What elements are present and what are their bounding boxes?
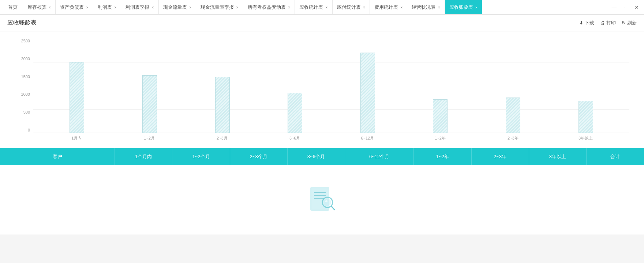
bar <box>215 77 230 133</box>
tab-close-profit[interactable]: × <box>114 5 116 9</box>
maximize-button[interactable]: □ <box>622 3 629 12</box>
print-icon: 🖨 <box>600 20 605 26</box>
tab-inventory[interactable]: 库存核算× <box>23 0 56 15</box>
tab-label: 资产负债表 <box>60 4 84 11</box>
download-button[interactable]: ⬇ 下载 <box>579 20 594 26</box>
bar-group <box>70 62 84 133</box>
tab-close-balance-sheet[interactable]: × <box>86 5 88 9</box>
bar <box>433 99 448 133</box>
tab-balance-sheet[interactable]: 资产负债表× <box>56 0 93 15</box>
bar-group <box>142 75 157 133</box>
bar <box>360 53 375 133</box>
bar-chart: 25002000150010005000 1月内1~2月2~3月3~6月6~12… <box>15 39 629 141</box>
tab-label: 应收统计表 <box>299 4 323 11</box>
x-labels: 1月内1~2月2~3月3~6月6~12月1~2年2~3年3年以上 <box>33 133 629 141</box>
tab-close-inventory[interactable]: × <box>49 5 51 9</box>
svg-point-8 <box>325 200 327 202</box>
svg-rect-1 <box>312 188 328 209</box>
tab-profit[interactable]: 利润表× <box>93 0 121 15</box>
tab-close-cashflow-quarterly[interactable]: × <box>236 5 238 9</box>
x-axis-label: 3年以上 <box>579 136 593 141</box>
header-actions: ⬇ 下载 🖨 打印 ↻ 刷新 <box>579 20 637 26</box>
refresh-label: 刷新 <box>627 20 637 26</box>
tab-label: 现金流量表季报 <box>201 4 234 11</box>
tab-cashflow[interactable]: 现金流量表× <box>159 0 196 15</box>
close-button[interactable]: ✕ <box>632 3 641 12</box>
refresh-icon: ↻ <box>622 20 626 26</box>
minimize-button[interactable]: — <box>610 3 619 12</box>
table-header-cell: 1~2年 <box>414 148 471 165</box>
bar <box>142 75 157 133</box>
tab-close-expense-stat[interactable]: × <box>400 5 402 9</box>
bar <box>579 101 593 133</box>
tab-equity[interactable]: 所有者权益变动表× <box>243 0 295 15</box>
tab-payable-stat[interactable]: 应付统计表× <box>333 0 370 15</box>
table-header-cell: 2~3个月 <box>230 148 288 165</box>
tab-receivable-stat[interactable]: 应收统计表× <box>295 0 332 15</box>
tab-expense-stat[interactable]: 费用统计表× <box>370 0 407 15</box>
y-axis-label: 1000 <box>21 92 30 96</box>
tab-cashflow-quarterly[interactable]: 现金流量表季报× <box>196 0 243 15</box>
tab-close-aging[interactable]: × <box>475 5 478 9</box>
table-header-cell: 2~3年 <box>472 148 529 165</box>
chart-plot <box>33 39 629 133</box>
tab-close-receivable-stat[interactable]: × <box>325 5 327 9</box>
x-axis-label: 1~2年 <box>433 136 448 141</box>
bar-group <box>506 98 520 133</box>
tab-close-cashflow[interactable]: × <box>189 5 191 9</box>
bar-group <box>579 101 593 133</box>
bar-group <box>433 99 448 133</box>
y-axis-label: 2500 <box>21 39 30 43</box>
tab-operation[interactable]: 经营状况表× <box>407 0 445 15</box>
y-axis: 25002000150010005000 <box>15 39 33 141</box>
empty-state <box>296 176 348 224</box>
print-button[interactable]: 🖨 打印 <box>600 20 616 26</box>
table-body <box>0 165 644 235</box>
tab-close-operation[interactable]: × <box>438 5 440 9</box>
download-label: 下载 <box>585 20 594 26</box>
table-header-cell: 3年以上 <box>529 148 587 165</box>
tab-aging[interactable]: 应收账龄表× <box>445 0 482 15</box>
bar-group <box>360 53 375 133</box>
y-axis-label: 500 <box>23 110 30 114</box>
tab-close-equity[interactable]: × <box>288 5 290 9</box>
y-axis-label: 0 <box>28 128 30 132</box>
main-content: 25002000150010005000 1月内1~2月2~3月3~6月6~12… <box>0 31 644 235</box>
table-header-cell: 6~12个月 <box>345 148 414 165</box>
bar-group <box>215 77 230 133</box>
svg-point-6 <box>324 199 331 206</box>
tab-label: 费用统计表 <box>374 4 398 11</box>
bar <box>70 62 84 133</box>
tab-bar-actions: — □ ✕ <box>610 3 641 12</box>
bar <box>506 98 520 133</box>
tab-home[interactable]: 首页 <box>3 0 23 15</box>
tab-close-profit-quarterly[interactable]: × <box>151 5 154 9</box>
y-axis-label: 1500 <box>21 75 30 79</box>
tab-close-payable-stat[interactable]: × <box>363 5 365 9</box>
x-axis-label: 3~6月 <box>288 136 302 141</box>
bars-wrapper <box>33 39 629 133</box>
download-icon: ⬇ <box>579 20 583 26</box>
svg-line-7 <box>331 206 334 210</box>
refresh-button[interactable]: ↻ 刷新 <box>622 20 637 26</box>
bar-group <box>288 93 302 133</box>
x-axis-label: 1~2月 <box>142 136 157 141</box>
table-header-cell: 合计 <box>587 148 644 165</box>
table-header: 客户1个月内1~2个月2~3个月3~6个月6~12个月1~2年2~3年3年以上合… <box>0 148 644 165</box>
tab-label: 现金流量表 <box>163 4 187 11</box>
table-header-cell: 1个月内 <box>115 148 172 165</box>
y-axis-label: 2000 <box>21 57 30 61</box>
tab-label: 所有者权益变动表 <box>248 4 286 11</box>
chart-area: 25002000150010005000 1月内1~2月2~3月3~6月6~12… <box>0 31 644 148</box>
x-axis-label: 2~3月 <box>215 136 229 141</box>
tab-label: 利润表 <box>98 4 112 11</box>
bar <box>288 93 302 133</box>
print-label: 打印 <box>606 20 616 26</box>
tab-profit-quarterly[interactable]: 利润表季报× <box>121 0 158 15</box>
empty-illustration <box>304 183 340 216</box>
tab-label: 库存核算 <box>27 4 46 11</box>
tab-bar: 首页 库存核算×资产负债表×利润表×利润表季报×现金流量表×现金流量表季报×所有… <box>0 0 644 15</box>
home-tab-label: 首页 <box>8 4 18 11</box>
chart-body: 1月内1~2月2~3月3~6月6~12月1~2年2~3年3年以上 <box>33 39 629 141</box>
tab-label: 应付统计表 <box>337 4 361 11</box>
